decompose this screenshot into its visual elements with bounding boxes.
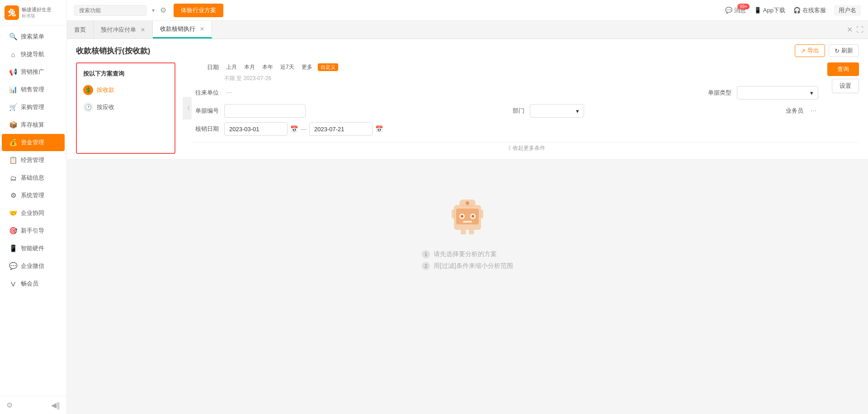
sidebar-item-wechat[interactable]: 💬 企业微信 <box>2 257 65 275</box>
online-service-btn[interactable]: 🎧 在线客服 <box>793 6 826 14</box>
shortcut-this-month[interactable]: 本月 <box>242 62 257 72</box>
query-btn[interactable]: 查询 <box>827 62 859 76</box>
filter-form: 日期 上月 本月 本年 近7天 更多 自定义 <box>192 62 859 154</box>
verify-date-from-cal-icon[interactable]: 📅 <box>290 125 298 133</box>
sidebar-item-quick-nav[interactable]: ⌂ 快捷导航 <box>2 46 65 63</box>
dept-select[interactable]: ▾ <box>530 104 584 118</box>
marketing-icon: 📢 <box>9 68 17 76</box>
app-name: 畅捷通好生意 <box>22 6 52 13</box>
tab-prepay[interactable]: 预付冲应付单 ✕ <box>94 21 153 38</box>
app-logo: 兔 畅捷通好生意 标准版 <box>0 0 66 26</box>
empty-state: 1 请先选择要分析的方案 2 用[过滤]条件来缩小分析范围 <box>67 160 868 288</box>
collapse-more-btn[interactable]: 《 收起更多条件 <box>505 144 545 152</box>
sidebar-nav: 🔍 搜索菜单 ⌂ 快捷导航 📢 营销推广 📊 销售管理 🛒 采购管理 📦 库存核… <box>0 26 66 396</box>
filter-row-no-limit: 不限 至 2023-07-26 <box>192 75 818 82</box>
page-content: 收款核销执行(按收款) ↗ 导出 ↻ 刷新 按以下方案 <box>67 39 868 414</box>
message-btn[interactable]: 💬 消息 99+ <box>725 6 746 14</box>
topbar-right: 💬 消息 99+ 📱 App下载 🎧 在线客服 用户名 <box>725 5 861 16</box>
docno-input[interactable] <box>224 104 306 118</box>
doctype-chevron-icon: ▾ <box>810 90 813 96</box>
wechat-icon: 💬 <box>9 262 17 270</box>
svg-point-4 <box>461 215 463 218</box>
collapse-filter-btn[interactable]: 《 <box>183 97 192 119</box>
topbar: ▾ ⚙ 体验行业方案 💬 消息 99+ 📱 App下载 🎧 在线客服 用户名 <box>67 0 868 21</box>
finance-icon: 💰 <box>9 138 17 147</box>
sidebar-item-label: 新手引导 <box>21 227 44 235</box>
app-label: App下载 <box>763 6 785 14</box>
custom-date-badge[interactable]: 自定义 <box>318 63 338 71</box>
filter-actions: 查询 设置 <box>827 62 859 93</box>
filter-row-company-doctype: 往来单位 ··· 单据类型 ▾ <box>192 86 818 100</box>
verify-date-from-input[interactable] <box>224 122 288 136</box>
sidebar-item-basic[interactable]: 🗂 基础信息 <box>2 169 65 186</box>
sidebar-item-system[interactable]: ⚙ 系统管理 <box>2 187 65 204</box>
shortcut-this-year[interactable]: 本年 <box>260 62 275 72</box>
tab-receipts-close-icon[interactable]: ✕ <box>200 26 204 32</box>
sidebar-item-purchase[interactable]: 🛒 采购管理 <box>2 99 65 116</box>
dept-label: 部门 <box>497 107 524 115</box>
verify-date-to-cal-icon[interactable]: 📅 <box>375 125 383 133</box>
sidebar-item-search[interactable]: 🔍 搜索菜单 <box>2 28 65 45</box>
app-edition: 标准版 <box>22 13 52 19</box>
sidebar-item-hardware[interactable]: 📱 智能硬件 <box>2 240 65 257</box>
tab-expand-icon[interactable]: ⛶ <box>856 26 863 34</box>
app-download-btn[interactable]: 📱 App下载 <box>754 6 785 14</box>
filter-panel-title: 按以下方案查询 <box>77 68 175 81</box>
doctype-select[interactable]: ▾ <box>737 86 818 100</box>
inventory-icon: 📦 <box>9 121 17 129</box>
settings-icon[interactable]: ⚙ <box>6 401 13 409</box>
sidebar-item-guide[interactable]: 🎯 新手引导 <box>2 222 65 239</box>
filter-by-receivable-label: 按应收 <box>97 103 114 111</box>
svg-rect-9 <box>461 230 466 234</box>
sidebar-item-inventory[interactable]: 📦 库存核算 <box>2 116 65 133</box>
sidebar-item-finance[interactable]: 💰 资金管理 <box>2 134 65 151</box>
refresh-btn[interactable]: ↻ 刷新 <box>829 44 859 57</box>
shortcut-7days[interactable]: 近7天 <box>278 62 296 72</box>
home-icon: ⌂ <box>9 51 17 58</box>
filter-collapse-row: 《 收起更多条件 <box>192 142 859 154</box>
filter-by-receipt[interactable]: 💲 按收款 <box>77 81 175 99</box>
sidebar-item-coop[interactable]: 🤝 企业协同 <box>2 205 65 222</box>
filter-row-verify-date: 核销日期 📅 — 📅 <box>192 122 818 136</box>
tab-close-all-icon[interactable]: ✕ <box>847 25 853 34</box>
sidebar-item-marketing[interactable]: 📢 营销推广 <box>2 63 65 81</box>
coop-icon: 🤝 <box>9 209 17 217</box>
hardware-icon: 📱 <box>9 244 17 252</box>
topbar-gear-icon[interactable]: ⚙ <box>160 6 166 14</box>
tabs-actions: ✕ ⛶ <box>842 21 868 38</box>
sales-icon: 📊 <box>9 86 17 94</box>
export-btn[interactable]: ↗ 导出 <box>795 44 825 57</box>
company-select[interactable]: ··· <box>224 89 234 97</box>
svg-rect-6 <box>463 221 472 223</box>
shortcut-last-month[interactable]: 上月 <box>224 62 239 72</box>
company-label: 往来单位 <box>192 89 219 97</box>
logo-icon: 兔 <box>5 5 19 20</box>
purchase-icon: 🛒 <box>9 103 17 111</box>
basic-icon: 🗂 <box>9 174 17 182</box>
topbar-chevron-icon[interactable]: ▾ <box>152 7 155 14</box>
staff-select[interactable]: ··· <box>809 107 818 115</box>
user-info[interactable]: 用户名 <box>834 5 861 16</box>
sidebar-item-sales[interactable]: 📊 销售管理 <box>2 81 65 98</box>
setting-btn[interactable]: 设置 <box>832 79 859 93</box>
sidebar-item-member[interactable]: V 畅会员 <box>2 275 65 292</box>
filter-row-date: 日期 上月 本月 本年 近7天 更多 自定义 <box>192 62 818 72</box>
tab-prepay-label: 预付冲应付单 <box>101 26 136 34</box>
sidebar-item-label: 销售管理 <box>21 86 44 94</box>
empty-tip-1-text: 请先选择要分析的方案 <box>434 250 497 258</box>
verify-date-to-input[interactable] <box>309 122 373 136</box>
collapse-sidebar-btn[interactable]: ◀‖ <box>51 401 60 409</box>
tab-prepay-close-icon[interactable]: ✕ <box>141 27 145 33</box>
tab-receipts[interactable]: 收款核销执行 ✕ <box>153 21 212 38</box>
message-icon: 💬 <box>725 7 732 14</box>
sidebar: 兔 畅捷通好生意 标准版 🔍 搜索菜单 ⌂ 快捷导航 📢 营销推广 📊 销售管理… <box>0 0 67 414</box>
shortcut-more[interactable]: 更多 <box>300 62 314 72</box>
solution-btn[interactable]: 体验行业方案 <box>174 4 223 17</box>
system-icon: ⚙ <box>9 191 17 200</box>
message-badge: 99+ <box>737 4 750 10</box>
filter-by-receivable[interactable]: 🕐 按应收 <box>77 99 175 116</box>
tab-home[interactable]: 首页 <box>67 21 94 38</box>
sidebar-item-business[interactable]: 📋 经营管理 <box>2 152 65 169</box>
sidebar-item-label: 库存核算 <box>21 121 44 129</box>
topbar-search-input[interactable] <box>74 5 146 16</box>
